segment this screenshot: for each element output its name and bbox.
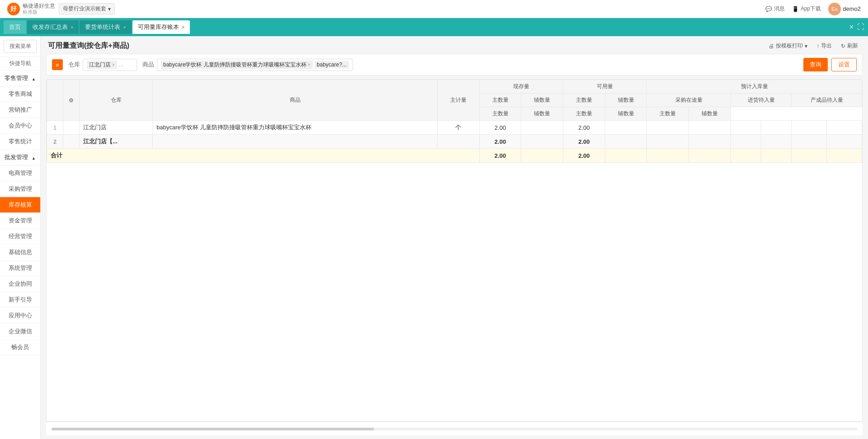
tab-keyongliang-close[interactable]: × (182, 24, 184, 30)
tab-shoufa[interactable]: 收发存汇总表 × (27, 20, 79, 34)
product-tag-2: babycare?... (315, 61, 349, 68)
tab-yaohuo-close[interactable]: × (123, 24, 126, 30)
sidebar: 搜索菜单 快捷导航 零售管理 零售商城 营销推广 会员中心 零售统计 批发管理 … (0, 36, 41, 439)
tab-home-label: 首页 (9, 23, 21, 31)
logo-text: 畅捷通好生意 标准版 (23, 3, 55, 15)
col-gear[interactable]: ⚙ (63, 80, 80, 121)
settings-btn[interactable]: 设置 (831, 58, 857, 71)
logo-main-text: 畅捷通好生意 (23, 3, 55, 9)
sidebar-item-ecommerce-mall[interactable]: 零售商城 (0, 86, 40, 102)
top-bar: 好 畅捷通好生意 标准版 母婴行业演示账套 ▾ 💬 消息 📱 App下载 Ea … (0, 0, 868, 18)
tab-keyongliang-label: 可用量库存账本 (138, 23, 179, 31)
col-product: 商品 (153, 80, 438, 121)
sidebar-item-bizwechat[interactable]: 企业微信 (0, 324, 40, 340)
tab-keyongliang[interactable]: 可用量库存账本 × (132, 20, 190, 34)
col-inbound-main: 主数量 (563, 107, 605, 121)
sidebar-item-ecommerce[interactable]: 电商管理 (0, 165, 40, 181)
col-inbound-pending: 进货待入量 (731, 94, 792, 107)
sidebar-section-header-zero-sales[interactable]: 零售管理 (0, 71, 40, 86)
tab-yaohuo[interactable]: 要货单统计表 × (80, 20, 131, 34)
export-label: 导出 (821, 42, 832, 50)
table-container: ⚙ 仓库 商品 主计量 现存量 可用量 预计入库量 主数量 辅数量 主数量 辅数… (46, 79, 863, 422)
col-inbound-aux: 辅数量 (605, 107, 647, 121)
tab-shoufa-close[interactable]: × (71, 24, 73, 30)
page-header: 可用量查询(按仓库+商品) 🖨 按模板打印 ▾ ↑ 导出 ↻ 刷新 (41, 36, 868, 54)
page-title: 可用量查询(按仓库+商品) (48, 41, 129, 51)
product-tag-2-value: babycare?... (317, 61, 347, 68)
sidebar-item-member[interactable]: 畅会员 (0, 340, 40, 355)
sidebar-section-header-batch[interactable]: 批发管理 (0, 150, 40, 165)
tab-bar: 首页 收发存汇总表 × 要货单统计表 × 可用量库存账本 × × ⛶ (0, 18, 868, 36)
industry-selector[interactable]: 母婴行业演示账套 ▾ (59, 3, 115, 14)
sidebar-item-newuser[interactable]: 新手引导 (0, 292, 40, 308)
summary-avail-main: 2.00 (563, 149, 605, 163)
filter-expand-btn[interactable]: » (52, 59, 63, 70)
zero-sales-label: 零售管理 (5, 74, 28, 82)
col-avail-main: 主数量 (563, 94, 605, 107)
warehouse-filter: 仓库 江北门店 × ... (68, 59, 137, 71)
tab-close-all-btn[interactable]: × (849, 23, 854, 31)
product-input[interactable]: babycare学饮杯 儿童防摔防撞吸管杯重力球吸嘴杯宝宝水杯 × babyca… (157, 59, 353, 71)
sidebar-item-enterprise[interactable]: 企业协同 (0, 276, 40, 292)
row-1-stock-main: 2.00 (479, 121, 521, 135)
col-main-unit: 主计量 (438, 80, 480, 121)
sidebar-item-finance[interactable]: 资金管理 (0, 213, 40, 229)
col-purchase-onway: 采购在途量 (647, 94, 731, 107)
row-2-stock-aux (521, 135, 563, 149)
export-btn[interactable]: ↑ 导出 (814, 41, 835, 51)
row-1-gear[interactable] (63, 121, 80, 135)
app-download-btn[interactable]: 📱 App下载 (792, 5, 821, 13)
avatar-initial: Ea (832, 6, 838, 12)
scrollbar-thumb[interactable] (52, 428, 374, 430)
chevron-down-icon: ▾ (108, 6, 111, 12)
sidebar-item-appcenter[interactable]: 应用中心 (0, 308, 40, 324)
tab-home[interactable]: 首页 (4, 20, 26, 34)
row-1-avail-aux (605, 121, 647, 135)
sidebar-item-member-center[interactable]: 会员中心 (0, 118, 40, 134)
product-tag-1-close[interactable]: × (308, 62, 311, 67)
col-avail-aux: 辅数量 (605, 94, 647, 107)
row-2-warehouse: 江北门店【... (80, 135, 153, 149)
tab-expand-btn[interactable]: ⛶ (857, 23, 864, 31)
col-product-main: 主数量 (647, 107, 689, 121)
sidebar-item-base[interactable]: 基础信息 (0, 245, 40, 260)
product-tag-1-value: babycare学饮杯 儿童防摔防撞吸管杯重力球吸嘴杯宝宝水杯 (163, 61, 307, 69)
row-1-unit: 个 (438, 121, 480, 135)
sidebar-item-sys[interactable]: 系统管理 (0, 260, 40, 276)
user-name: demo2 (843, 5, 861, 12)
row-2-product (153, 135, 438, 149)
sidebar-item-purchase[interactable]: 采购管理 (0, 181, 40, 197)
sidebar-item-ops[interactable]: 经营管理 (0, 229, 40, 245)
warehouse-input[interactable]: 江北门店 × ... (83, 59, 137, 71)
search-menu-btn[interactable]: 搜索菜单 (4, 40, 37, 53)
filter-actions: 查询 设置 (803, 58, 857, 71)
sidebar-item-retail-stats[interactable]: 零售统计 (0, 134, 40, 150)
page-actions: 🖨 按模板打印 ▾ ↑ 导出 ↻ 刷新 (766, 41, 861, 51)
warehouse-dots[interactable]: ... (119, 61, 123, 68)
refresh-label: 刷新 (847, 42, 858, 50)
refresh-btn[interactable]: ↻ 刷新 (838, 41, 861, 51)
message-btn[interactable]: 💬 消息 (765, 5, 785, 13)
summary-purchase-main (647, 149, 689, 163)
row-2-avail-aux (605, 135, 647, 149)
row-2-purchase-aux (689, 135, 731, 149)
row-2-inbound-aux (761, 135, 792, 149)
user-area[interactable]: Ea demo2 (828, 3, 861, 15)
batch-chevron (32, 154, 36, 161)
export-icon: ↑ (816, 43, 819, 49)
print-btn[interactable]: 🖨 按模板打印 ▾ (766, 41, 810, 51)
horizontal-scrollbar[interactable] (52, 428, 857, 430)
data-table: ⚙ 仓库 商品 主计量 现存量 可用量 预计入库量 主数量 辅数量 主数量 辅数… (47, 80, 862, 163)
summary-stock-main: 2.00 (479, 149, 521, 163)
row-2-num: 2 (47, 135, 63, 149)
table-header-row-1: ⚙ 仓库 商品 主计量 现存量 可用量 预计入库量 (47, 80, 862, 94)
quick-nav-btn[interactable]: 快捷导航 (0, 57, 40, 71)
row-1-product-aux (827, 121, 862, 135)
sidebar-item-inventory[interactable]: 库存核算 (0, 197, 40, 213)
expand-icon: » (56, 61, 59, 68)
row-2-gear[interactable] (63, 135, 80, 149)
sidebar-item-marketing[interactable]: 营销推广 (0, 102, 40, 118)
query-btn[interactable]: 查询 (803, 58, 828, 71)
row-1-stock-aux (521, 121, 563, 135)
warehouse-tag-close[interactable]: × (112, 62, 115, 67)
